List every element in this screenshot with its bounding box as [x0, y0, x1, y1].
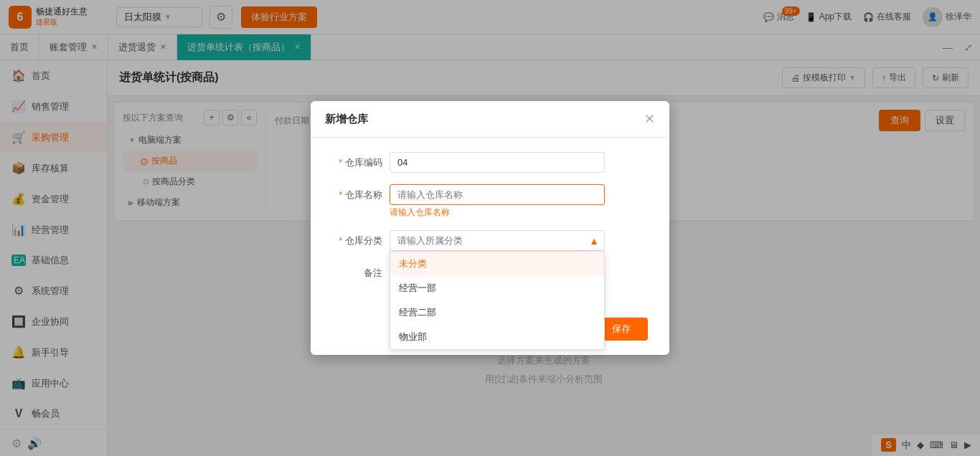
modal-header: 新增仓库 ✕: [311, 101, 669, 138]
notes-label: 备注: [332, 262, 382, 280]
category-label: 仓库分类: [332, 230, 382, 247]
name-error-msg: 请输入仓库名称: [390, 206, 648, 219]
code-input[interactable]: [390, 152, 605, 173]
code-label: 仓库编码: [332, 152, 382, 169]
modal-close-button[interactable]: ✕: [644, 111, 655, 127]
name-input[interactable]: [390, 184, 605, 205]
category-arrow-icon[interactable]: ▲: [589, 235, 599, 247]
modal-title: 新增仓库: [325, 113, 368, 126]
name-label: 仓库名称: [332, 184, 382, 201]
new-warehouse-modal: 新增仓库 ✕ 仓库编码 仓库名称 请输入仓库名称 仓库分类: [311, 101, 669, 355]
category-form-row: 仓库分类 ▲ 未分类 经营一部 经营二部 物业部: [332, 230, 648, 251]
dropdown-item-property[interactable]: 物业部: [390, 325, 604, 349]
category-input[interactable]: [390, 230, 605, 251]
dropdown-item-dept2[interactable]: 经营二部: [390, 300, 604, 325]
modal-body: 仓库编码 仓库名称 请输入仓库名称 仓库分类 ▲ 未分类: [311, 138, 669, 309]
category-field-wrap: ▲ 未分类 经营一部 经营二部 物业部: [390, 230, 605, 251]
modal-overlay: 新增仓库 ✕ 仓库编码 仓库名称 请输入仓库名称 仓库分类: [0, 0, 980, 456]
dropdown-item-uncategorized[interactable]: 未分类: [390, 252, 604, 276]
code-form-row: 仓库编码: [332, 152, 648, 173]
name-form-row: 仓库名称 请输入仓库名称: [332, 184, 648, 219]
name-field-wrap: 请输入仓库名称: [390, 184, 648, 219]
category-dropdown: 未分类 经营一部 经营二部 物业部: [390, 251, 605, 350]
dropdown-item-dept1[interactable]: 经营一部: [390, 276, 604, 300]
